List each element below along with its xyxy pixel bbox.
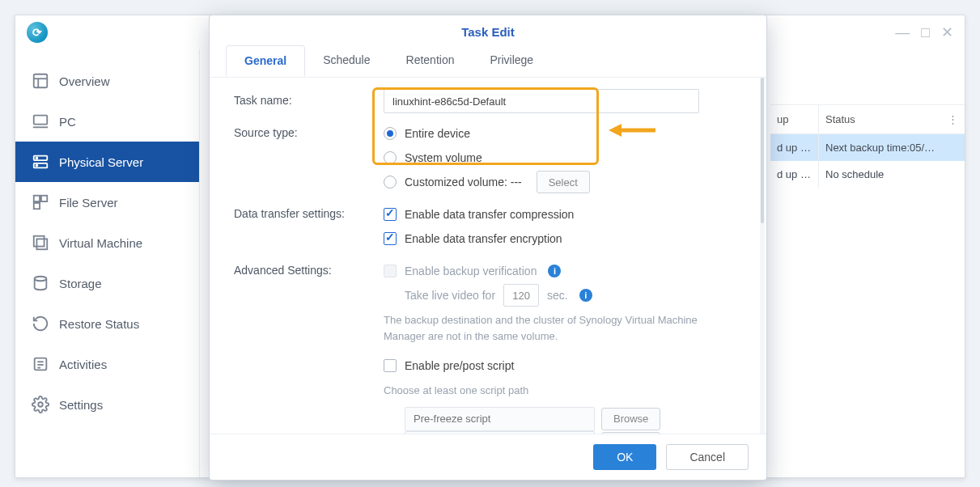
checkbox-icon[interactable] (384, 359, 397, 372)
script-hint: Choose at least one script path (384, 383, 742, 399)
sidebar: Overview PC Physical Server File Server … (15, 49, 200, 477)
pre-freeze-script-input (405, 407, 595, 431)
advanced-settings-label: Advanced Settings: (234, 259, 384, 434)
vm-icon (32, 234, 49, 252)
browse-pre-button: Browse (601, 408, 660, 430)
post-thaw-script-input (405, 431, 595, 434)
sidebar-item-settings[interactable]: Settings (15, 384, 199, 425)
source-option-system[interactable]: System volume (384, 146, 742, 170)
info-icon[interactable]: i (548, 265, 561, 277)
checkbox-icon[interactable] (384, 232, 397, 245)
dialog-footer: OK Cancel (210, 434, 766, 480)
source-option-entire[interactable]: Entire device (384, 121, 742, 146)
dialog-tabs: General Schedule Retention Privilege (210, 45, 766, 78)
table-row[interactable]: d up … No schedule (770, 161, 965, 188)
gear-icon (32, 396, 49, 413)
info-icon[interactable]: i (579, 289, 592, 302)
sidebar-item-virtual-machine[interactable]: Virtual Machine (15, 222, 199, 263)
svg-point-7 (36, 158, 38, 159)
sidebar-item-label: File Server (59, 196, 118, 210)
source-option-custom[interactable]: Customized volume: --- Select (384, 170, 742, 194)
checkbox-icon[interactable] (384, 208, 397, 221)
pre-post-script-option[interactable]: Enable pre/post script (384, 354, 742, 378)
svg-rect-13 (36, 239, 47, 249)
svg-point-8 (36, 165, 38, 167)
restore-icon (32, 315, 49, 332)
tab-retention[interactable]: Retention (388, 45, 473, 78)
sidebar-item-label: Restore Status (59, 317, 139, 331)
advanced-note: The backup destination and the cluster o… (384, 312, 723, 344)
overview-icon (32, 72, 49, 90)
column-header-status[interactable]: Status⋮ (819, 105, 965, 133)
sidebar-item-pc[interactable]: PC (15, 101, 199, 142)
data-transfer-label: Data transfer settings: (234, 202, 384, 251)
tab-privilege[interactable]: Privilege (472, 45, 551, 78)
tab-schedule[interactable]: Schedule (305, 45, 388, 78)
activities-icon (32, 355, 49, 373)
sidebar-item-label: Activities (59, 358, 107, 371)
tab-general[interactable]: General (226, 45, 305, 78)
sidebar-item-restore-status[interactable]: Restore Status (15, 303, 199, 344)
table-row[interactable]: d up … Next backup time:05/… (770, 134, 965, 161)
sidebar-item-label: Virtual Machine (59, 236, 142, 250)
dialog-body[interactable]: Task name: Source type: Entire device Sy… (210, 78, 766, 434)
column-header[interactable]: up (770, 105, 819, 133)
cancel-button[interactable]: Cancel (666, 444, 749, 470)
server-icon (32, 153, 49, 171)
ok-button[interactable]: OK (593, 444, 656, 470)
sidebar-item-label: Overview (59, 74, 110, 88)
close-button[interactable]: ✕ (941, 23, 953, 41)
minimize-button[interactable]: — (895, 24, 910, 41)
svg-point-14 (35, 277, 47, 282)
backup-verification-option: Enable backup verification i (384, 259, 742, 283)
sidebar-item-label: Settings (59, 398, 103, 412)
dialog-title: Task Edit (210, 15, 766, 45)
task-table: up Status⋮ d up … Next backup time:05/… … (770, 104, 965, 188)
source-type-label: Source type: (234, 121, 384, 194)
compression-option[interactable]: Enable data transfer compression (384, 202, 742, 227)
sidebar-item-storage[interactable]: Storage (15, 263, 199, 303)
task-name-input[interactable] (384, 89, 699, 113)
app-logo-icon: ⟳ (27, 22, 48, 43)
radio-icon[interactable] (384, 127, 397, 140)
svg-rect-12 (34, 236, 45, 247)
svg-rect-10 (41, 196, 47, 201)
radio-icon[interactable] (384, 151, 397, 164)
pc-icon (32, 112, 49, 130)
maximize-button[interactable]: □ (921, 24, 930, 41)
svg-rect-3 (34, 116, 48, 125)
radio-icon[interactable] (384, 176, 397, 188)
sidebar-item-file-server[interactable]: File Server (15, 182, 199, 222)
task-name-label: Task name: (234, 89, 384, 113)
scrollbar-thumb[interactable] (761, 78, 764, 223)
storage-icon (32, 274, 49, 292)
sidebar-item-label: Storage (59, 277, 102, 290)
checkbox-icon (384, 265, 397, 277)
sidebar-item-physical-server[interactable]: Physical Server (15, 142, 199, 182)
task-edit-dialog: Task Edit General Schedule Retention Pri… (209, 15, 767, 481)
sidebar-item-overview[interactable]: Overview (15, 61, 199, 101)
svg-rect-9 (34, 196, 40, 201)
svg-rect-11 (34, 203, 40, 209)
more-icon[interactable]: ⋮ (948, 113, 958, 125)
live-video-option: Take live video for sec. i (405, 283, 742, 307)
fileserver-icon (32, 193, 49, 211)
svg-rect-0 (34, 74, 48, 88)
sidebar-item-label: PC (59, 115, 76, 129)
sidebar-item-label: Physical Server (59, 155, 143, 169)
encryption-option[interactable]: Enable data transfer encryption (384, 227, 742, 251)
svg-point-19 (38, 402, 43, 407)
live-video-seconds-input (503, 284, 539, 307)
browse-post-button: Browse (601, 432, 660, 434)
select-volume-button[interactable]: Select (537, 171, 590, 193)
sidebar-item-activities[interactable]: Activities (15, 344, 199, 384)
